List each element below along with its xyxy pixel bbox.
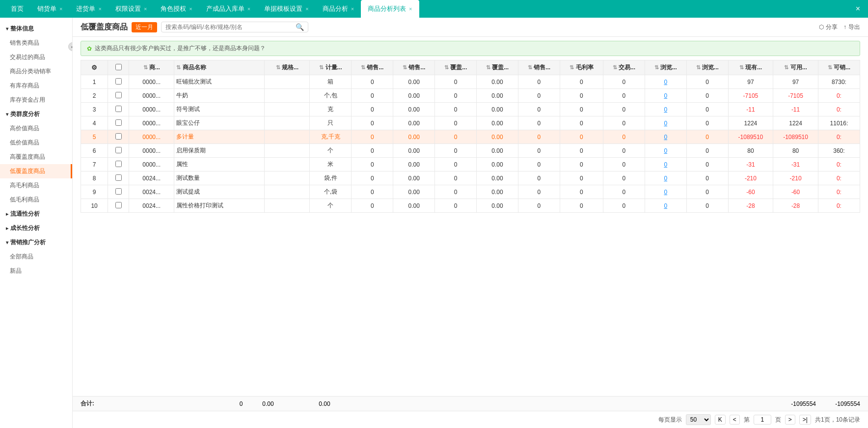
settings-icon[interactable]: ⚙ [91, 64, 97, 71]
cell-browse1[interactable]: 0 [645, 130, 686, 144]
close-icon[interactable]: × [144, 6, 147, 12]
alert-bar: ✿ 这类商品只有很少客户购买过，是推广不够，还是商品本身问题？ [81, 41, 860, 56]
cell-browse1[interactable]: 0 [645, 75, 686, 89]
close-icon[interactable]: × [351, 6, 354, 12]
sidebar-item-low-margin[interactable]: 低毛利商品 [0, 193, 72, 207]
th-cover2[interactable]: ⇅ 覆盖... [477, 60, 518, 75]
nav-tab-analysis[interactable]: 商品分析 × [316, 0, 361, 18]
cell-check[interactable] [108, 89, 129, 103]
sidebar-item-low-coverage[interactable]: 低覆盖度商品 [0, 164, 72, 178]
sidebar-item-low-value[interactable]: 低价值商品 [0, 136, 72, 150]
close-icon[interactable]: × [247, 6, 250, 12]
sidebar-item-stocked-goods[interactable]: 有库存商品 [0, 79, 72, 93]
nav-tab-permission[interactable]: 权限设置 × [108, 0, 154, 18]
cell-browse1[interactable]: 0 [645, 185, 686, 199]
th-trade[interactable]: ⇅ 交易... [603, 60, 645, 75]
cell-browse1[interactable]: 0 [645, 199, 686, 213]
close-icon[interactable]: × [59, 6, 62, 12]
th-name[interactable]: ⇅ 商品名称 [174, 60, 265, 75]
export-button[interactable]: ↑ 导出 [843, 23, 860, 31]
sidebar-item-new-goods[interactable]: 新品 [0, 264, 72, 278]
search-icon[interactable]: 🔍 [296, 23, 304, 31]
nav-tab-home[interactable]: 首页 [4, 0, 30, 18]
sidebar-item-inventory-capital[interactable]: 库存资金占用 [0, 93, 72, 107]
nav-tab-purchase[interactable]: 进货单 × [69, 0, 108, 18]
th-gross[interactable]: ⇅ 毛利率 [560, 60, 603, 75]
sidebar-group-growth[interactable]: ▸ 成长性分析 [0, 221, 72, 235]
row-checkbox[interactable] [115, 133, 122, 140]
row-checkbox[interactable] [115, 174, 122, 181]
cell-check[interactable] [108, 116, 129, 130]
prev-page-button[interactable]: < [730, 415, 740, 425]
sidebar-item-traded-goods[interactable]: 交易过的商品 [0, 50, 72, 64]
sidebar-group-marketing[interactable]: ▾ 营销推广分析 [0, 235, 72, 250]
next-page-button[interactable]: > [785, 415, 795, 425]
th-current[interactable]: ⇅ 现有... [728, 60, 773, 75]
share-button[interactable]: ⬡ 分享 [819, 23, 838, 31]
cell-check[interactable] [108, 185, 129, 199]
cell-browse1[interactable]: 0 [645, 144, 686, 158]
row-checkbox[interactable] [115, 119, 122, 126]
row-checkbox[interactable] [115, 202, 122, 208]
cell-cover2: 0.00 [477, 185, 518, 199]
th-browse1[interactable]: ⇅ 浏览... [645, 60, 686, 75]
search-input[interactable] [165, 24, 296, 30]
cell-browse1[interactable]: 0 [645, 171, 686, 185]
th-cover1[interactable]: ⇅ 覆盖... [435, 60, 477, 75]
row-checkbox[interactable] [115, 147, 122, 153]
close-all-tabs-button[interactable]: × [852, 4, 864, 13]
nav-tab-analysis-list[interactable]: 商品分析列表 × [361, 0, 419, 18]
cell-browse1[interactable]: 0 [645, 158, 686, 171]
cell-check[interactable] [108, 103, 129, 116]
cell-trade: 0 [603, 116, 645, 130]
th-sales1[interactable]: ⇅ 销售... [352, 60, 393, 75]
row-checkbox[interactable] [115, 106, 122, 112]
close-icon[interactable]: × [409, 6, 412, 12]
cell-sales1: 0 [352, 185, 393, 199]
nav-tab-role[interactable]: 角色授权 × [154, 0, 199, 18]
sidebar-item-sales-goods[interactable]: 销售类商品 [0, 36, 72, 50]
select-all-checkbox[interactable] [115, 64, 122, 70]
page-number-input[interactable] [754, 415, 771, 425]
row-checkbox[interactable] [115, 92, 122, 98]
cell-check[interactable] [108, 158, 129, 171]
cell-browse1[interactable]: 0 [645, 103, 686, 116]
date-filter-button[interactable]: 近一月 [132, 22, 157, 32]
cell-check[interactable] [108, 171, 129, 185]
last-page-button[interactable]: >| [799, 415, 811, 425]
row-checkbox[interactable] [115, 78, 122, 85]
nav-tab-stock[interactable]: 产成品入库单 × [199, 0, 257, 18]
per-page-select[interactable]: 50 100 [686, 414, 711, 425]
sidebar-item-high-value[interactable]: 高价值商品 [0, 121, 72, 136]
th-available[interactable]: ⇅ 可用... [773, 60, 818, 75]
cell-check[interactable] [108, 144, 129, 158]
close-icon[interactable]: × [305, 6, 308, 12]
cell-check[interactable] [108, 130, 129, 144]
sidebar-group-cluster[interactable]: ▾ 类群度分析 [0, 107, 72, 121]
sidebar-group-overview[interactable]: ▾ 整体信息 [0, 22, 72, 36]
row-checkbox[interactable] [115, 188, 122, 195]
row-checkbox[interactable] [115, 161, 122, 167]
th-sellable[interactable]: ⇅ 可销... [818, 60, 860, 75]
nav-tab-template[interactable]: 单据模板设置 × [257, 0, 315, 18]
th-sales2[interactable]: ⇅ 销售... [393, 60, 435, 75]
cell-check[interactable] [108, 199, 129, 213]
first-page-button[interactable]: K [715, 415, 726, 425]
cell-browse1[interactable]: 0 [645, 116, 686, 130]
sidebar-group-liquidity[interactable]: ▸ 流通性分析 [0, 207, 72, 221]
cell-cover1: 0 [435, 116, 477, 130]
cell-browse1[interactable]: 0 [645, 89, 686, 103]
th-browse2[interactable]: ⇅ 浏览... [686, 60, 728, 75]
cell-check[interactable] [108, 75, 129, 89]
th-spec[interactable]: ⇅ 规格... [265, 60, 310, 75]
nav-tab-sales[interactable]: 销货单 × [30, 0, 69, 18]
th-sale3[interactable]: ⇅ 销售... [518, 60, 560, 75]
sidebar-item-all-goods[interactable]: 全部商品 [0, 250, 72, 264]
th-unit[interactable]: ⇅ 计量... [310, 60, 352, 75]
close-icon[interactable]: × [98, 6, 101, 12]
sidebar-item-high-coverage[interactable]: 高覆盖度商品 [0, 150, 72, 164]
sidebar-item-high-margin[interactable]: 高毛利商品 [0, 178, 72, 193]
close-icon[interactable]: × [189, 6, 192, 12]
th-code[interactable]: ⇅ 商... [129, 60, 174, 75]
sidebar-item-category-rate[interactable]: 商品分类动销率 [0, 64, 72, 79]
